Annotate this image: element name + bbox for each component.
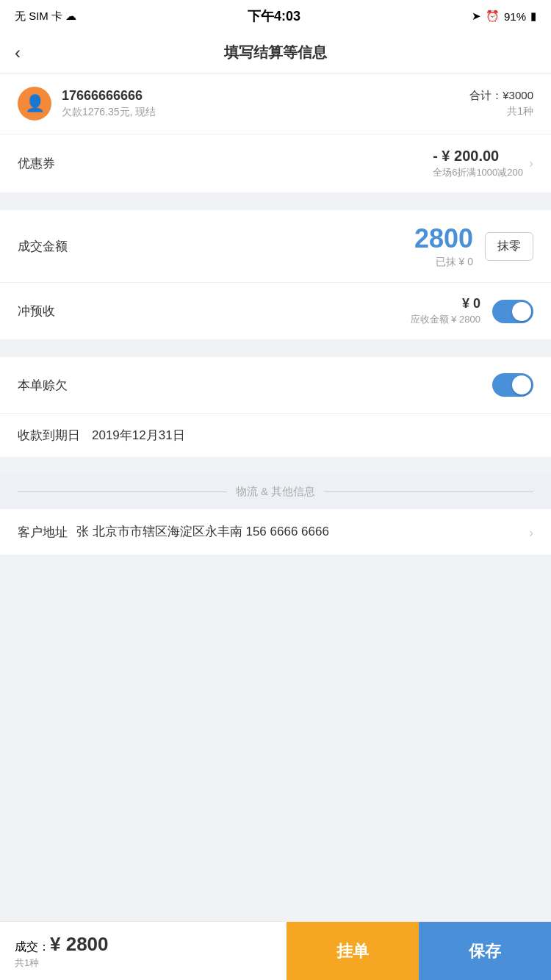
back-button[interactable]: ‹	[15, 43, 44, 63]
deal-wiped: 已抹 ¥ 0	[414, 256, 473, 269]
customer-phone: 17666666666	[62, 88, 156, 104]
avatar: 👤	[18, 87, 51, 120]
customer-info: 17666666666 欠款1276.35元, 现结	[62, 88, 156, 119]
deal-card: 成交金额 2800 已抹 ¥ 0 抹零 冲预收 ¥ 0 应收金额 ¥ 2800	[0, 210, 551, 339]
divider-line-left	[18, 491, 227, 492]
deal-row: 成交金额 2800 已抹 ¥ 0 抹零	[0, 210, 551, 282]
separator-2	[0, 348, 551, 357]
summary-amount: ¥ 2800	[50, 933, 109, 955]
coupon-chevron-icon: ›	[529, 156, 533, 171]
prepay-amount-wrap: ¥ 0 应收金额 ¥ 2800	[411, 296, 480, 326]
address-chevron-icon: ›	[529, 525, 533, 541]
prepay-label: 冲预收	[18, 303, 55, 320]
duedate-row: 收款到期日 2019年12月31日	[0, 413, 551, 457]
separator-3	[0, 466, 551, 475]
prepay-right: ¥ 0 应收金额 ¥ 2800	[411, 296, 533, 326]
logistics-label: 物流 & 其他信息	[236, 485, 315, 499]
debt-toggle[interactable]	[492, 373, 533, 397]
logistics-divider: 物流 & 其他信息	[0, 475, 551, 509]
divider-line-right	[324, 491, 533, 492]
address-value: 张 北京市市辖区海淀区永丰南 156 6666 6666	[76, 522, 520, 541]
address-card: 客户地址 张 北京市市辖区海淀区永丰南 156 6666 6666 ›	[0, 509, 551, 555]
no-sim-text: 无 SIM 卡 ☁	[15, 10, 76, 24]
debt-row: 本单赊欠	[0, 357, 551, 413]
customer-card: 👤 17666666666 欠款1276.35元, 现结 合计：¥3000 共1…	[0, 73, 551, 192]
extra-gray-space	[0, 563, 551, 710]
prepay-row: 冲预收 ¥ 0 应收金额 ¥ 2800	[0, 282, 551, 339]
round-zero-button[interactable]: 抹零	[485, 232, 533, 261]
battery-icon: ▮	[530, 10, 536, 23]
nav-bar: ‹ 填写结算等信息	[0, 32, 551, 73]
customer-right: 合计：¥3000 共1种	[469, 89, 533, 118]
content-area: 👤 17666666666 欠款1276.35元, 现结 合计：¥3000 共1…	[0, 73, 551, 784]
debt-label: 本单赊欠	[18, 377, 68, 394]
customer-sub: 欠款1276.35元, 现结	[62, 106, 156, 119]
deal-right: 2800 已抹 ¥ 0 抹零	[414, 223, 533, 269]
prepay-toggle[interactable]	[492, 300, 533, 323]
pending-button[interactable]: 挂单	[287, 922, 419, 981]
summary-label: 成交：	[15, 940, 50, 953]
customer-row: 👤 17666666666 欠款1276.35元, 现结 合计：¥3000 共1…	[0, 73, 551, 134]
total-count: 共1种	[469, 105, 533, 118]
deal-label: 成交金额	[18, 238, 68, 255]
duedate-label: 收款到期日	[18, 427, 80, 444]
debt-card: 本单赊欠 收款到期日 2019年12月31日	[0, 357, 551, 457]
save-button[interactable]: 保存	[419, 922, 551, 981]
battery-text: 91%	[504, 10, 526, 23]
coupon-right: - ¥ 200.00 全场6折满1000减200 ›	[433, 148, 533, 179]
prepay-amount: ¥ 0	[411, 296, 480, 311]
coupon-label: 优惠券	[18, 155, 55, 172]
location-icon: ➤	[472, 10, 481, 23]
coupon-info: - ¥ 200.00 全场6折满1000减200	[433, 148, 523, 179]
customer-left: 👤 17666666666 欠款1276.35元, 现结	[18, 87, 156, 120]
address-label: 客户地址	[18, 524, 68, 541]
bottom-bar: 成交：¥ 2800 共1种 挂单 保存	[0, 921, 551, 980]
prepay-toggle-thumb	[512, 302, 531, 321]
status-time: 下午4:03	[248, 7, 300, 25]
alarm-icon: ⏰	[486, 10, 500, 23]
deal-amount-wrap: 2800 已抹 ¥ 0	[414, 223, 473, 269]
coupon-desc: 全场6折满1000减200	[433, 166, 523, 179]
bottom-summary: 成交：¥ 2800 共1种	[0, 933, 287, 970]
summary-count: 共1种	[15, 956, 272, 970]
duedate-value: 2019年12月31日	[92, 427, 185, 444]
status-left: 无 SIM 卡 ☁	[15, 10, 76, 24]
status-bar: 无 SIM 卡 ☁ 下午4:03 ➤ ⏰ 91% ▮	[0, 0, 551, 32]
coupon-row[interactable]: 优惠券 - ¥ 200.00 全场6折满1000减200 ›	[0, 134, 551, 192]
total-label: 合计：¥3000	[469, 89, 533, 103]
debt-toggle-thumb	[512, 375, 531, 394]
coupon-amount: - ¥ 200.00	[433, 148, 523, 165]
page-title: 填写结算等信息	[224, 43, 327, 62]
bottom-summary-top: 成交：¥ 2800	[15, 933, 272, 956]
deal-amount: 2800	[414, 223, 473, 254]
separator-1	[0, 201, 551, 210]
avatar-icon: 👤	[25, 94, 45, 113]
prepay-receivable: 应收金额 ¥ 2800	[411, 313, 480, 326]
status-right: ➤ ⏰ 91% ▮	[472, 10, 536, 23]
address-row[interactable]: 客户地址 张 北京市市辖区海淀区永丰南 156 6666 6666 ›	[0, 509, 551, 555]
